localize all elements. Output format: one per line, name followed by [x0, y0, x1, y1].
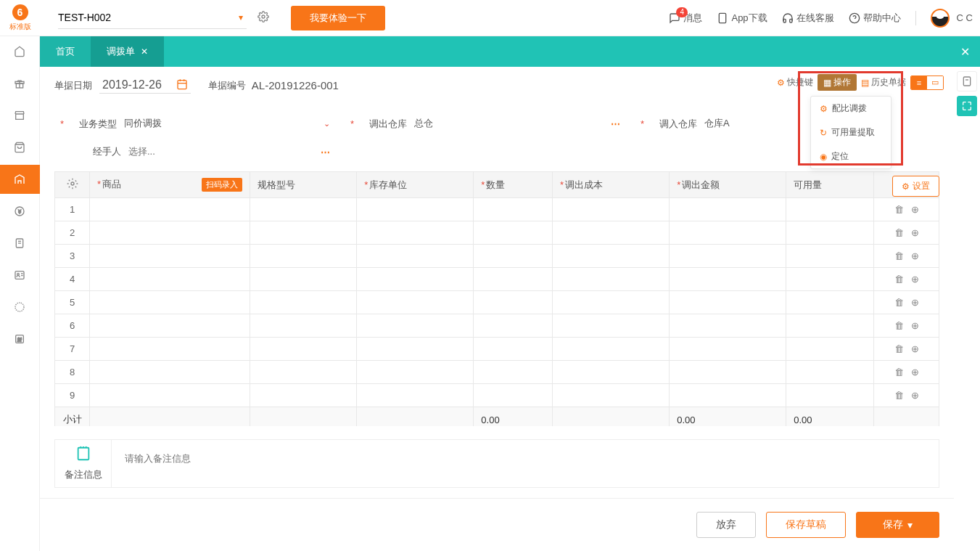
- nav-clipboard[interactable]: [12, 235, 28, 251]
- help-button[interactable]: 帮助中心: [849, 12, 901, 25]
- settings-icon[interactable]: [258, 11, 269, 25]
- card-view-icon[interactable]: ▭: [927, 76, 943, 89]
- cell-outcost[interactable]: [553, 361, 670, 384]
- cell-outamt[interactable]: [670, 245, 786, 268]
- table-row[interactable]: 1 🗑⊕: [55, 198, 939, 221]
- delete-icon[interactable]: 🗑: [894, 390, 904, 401]
- discard-button[interactable]: 放弃: [696, 512, 756, 538]
- cell-qty[interactable]: [474, 245, 553, 268]
- table-row[interactable]: 5 🗑⊕: [55, 291, 939, 314]
- table-row[interactable]: 3 🗑⊕: [55, 245, 939, 268]
- cell-qty[interactable]: [474, 221, 553, 245]
- cell-outcost[interactable]: [553, 291, 670, 314]
- add-row-icon[interactable]: ⊕: [911, 320, 919, 331]
- tab-transfer-order[interactable]: 调拨单 ✕: [91, 36, 164, 67]
- nav-finance[interactable]: ¥: [12, 203, 28, 219]
- cell-outamt[interactable]: [670, 361, 786, 384]
- field-handler[interactable]: 经手人 ⋯: [60, 145, 336, 158]
- nav-contact[interactable]: [12, 267, 28, 283]
- cell-unit[interactable]: [357, 291, 474, 314]
- nav-gift[interactable]: [12, 75, 28, 91]
- delete-icon[interactable]: 🗑: [894, 297, 904, 308]
- nav-home[interactable]: [12, 44, 28, 60]
- delete-icon[interactable]: 🗑: [894, 343, 904, 354]
- table-row[interactable]: 6 🗑⊕: [55, 314, 939, 338]
- cell-product[interactable]: [90, 198, 250, 221]
- col-settings[interactable]: [55, 172, 90, 198]
- cell-avail[interactable]: [786, 291, 874, 314]
- tab-home[interactable]: 首页: [40, 36, 91, 67]
- add-row-icon[interactable]: ⊕: [911, 297, 919, 308]
- shortcut-link[interactable]: ⚙快捷键: [777, 76, 813, 89]
- cell-product[interactable]: [90, 361, 250, 384]
- add-row-icon[interactable]: ⊕: [911, 227, 919, 238]
- nav-shop[interactable]: [12, 107, 28, 123]
- cell-outcost[interactable]: [553, 384, 670, 407]
- org-input[interactable]: [58, 12, 247, 23]
- add-row-icon[interactable]: ⊕: [911, 274, 919, 285]
- nav-network[interactable]: [12, 299, 28, 315]
- cell-unit[interactable]: [357, 384, 474, 407]
- menu-ratio-transfer[interactable]: ⚙配比调拨: [811, 97, 891, 121]
- cell-unit[interactable]: [357, 338, 474, 361]
- field-biztype[interactable]: *业务类型 同价调拨 ⌄: [60, 114, 336, 134]
- cell-qty[interactable]: [474, 291, 553, 314]
- cell-qty[interactable]: [474, 338, 553, 361]
- cell-avail[interactable]: [786, 361, 874, 384]
- view-toggle[interactable]: ≡ ▭: [910, 75, 944, 90]
- table-row[interactable]: 4 🗑⊕: [55, 268, 939, 291]
- cell-product[interactable]: [90, 268, 250, 291]
- scan-badge[interactable]: 扫码录入: [202, 178, 242, 192]
- table-row[interactable]: 7 🗑⊕: [55, 338, 939, 361]
- table-row[interactable]: 9 🗑⊕: [55, 384, 939, 407]
- settings-button[interactable]: ⚙设置: [892, 176, 939, 197]
- add-row-icon[interactable]: ⊕: [911, 390, 919, 401]
- cell-spec[interactable]: [250, 291, 357, 314]
- cell-qty[interactable]: [474, 361, 553, 384]
- cell-avail[interactable]: [786, 198, 874, 221]
- cell-qty[interactable]: [474, 314, 553, 338]
- cell-product[interactable]: [90, 291, 250, 314]
- cell-spec[interactable]: [250, 268, 357, 291]
- menu-locate[interactable]: ◉定位: [811, 144, 891, 168]
- cell-spec[interactable]: [250, 361, 357, 384]
- table-row[interactable]: 2 🗑⊕: [55, 221, 939, 245]
- more-icon[interactable]: ⋯: [611, 118, 620, 129]
- menu-available-extract[interactable]: ↻可用量提取: [811, 121, 891, 144]
- cell-unit[interactable]: [357, 268, 474, 291]
- add-row-icon[interactable]: ⊕: [911, 367, 919, 377]
- add-row-icon[interactable]: ⊕: [911, 204, 919, 215]
- close-icon[interactable]: ✕: [141, 46, 148, 57]
- delete-icon[interactable]: 🗑: [894, 250, 904, 261]
- cell-outamt[interactable]: [670, 198, 786, 221]
- field-out-warehouse[interactable]: *调出仓库 总仓 ⋯: [350, 114, 626, 134]
- table-row[interactable]: 8 🗑⊕: [55, 361, 939, 384]
- delete-icon[interactable]: 🗑: [894, 227, 904, 238]
- cell-qty[interactable]: [474, 384, 553, 407]
- nav-bag[interactable]: [12, 139, 28, 155]
- cell-avail[interactable]: [786, 384, 874, 407]
- cell-qty[interactable]: [474, 268, 553, 291]
- cell-product[interactable]: [90, 338, 250, 361]
- close-all-tabs[interactable]: ✕: [950, 36, 980, 67]
- add-row-icon[interactable]: ⊕: [911, 343, 919, 354]
- handler-input[interactable]: [128, 146, 336, 158]
- cell-qty[interactable]: [474, 198, 553, 221]
- more-icon[interactable]: ⋯: [321, 147, 330, 158]
- cell-outamt[interactable]: [670, 268, 786, 291]
- cell-unit[interactable]: [357, 314, 474, 338]
- nav-warehouse[interactable]: [0, 165, 40, 194]
- nav-new[interactable]: 新: [12, 331, 28, 347]
- cta-button[interactable]: 我要体验一下: [291, 6, 385, 30]
- delete-icon[interactable]: 🗑: [894, 367, 904, 377]
- service-button[interactable]: 在线客服: [782, 12, 834, 25]
- cell-outamt[interactable]: [670, 384, 786, 407]
- add-row-icon[interactable]: ⊕: [911, 250, 919, 261]
- cell-outamt[interactable]: [670, 291, 786, 314]
- remark-input[interactable]: [125, 453, 926, 464]
- cell-spec[interactable]: [250, 338, 357, 361]
- cell-unit[interactable]: [357, 245, 474, 268]
- delete-icon[interactable]: 🗑: [894, 204, 904, 215]
- delete-icon[interactable]: 🗑: [894, 274, 904, 285]
- cell-outcost[interactable]: [553, 245, 670, 268]
